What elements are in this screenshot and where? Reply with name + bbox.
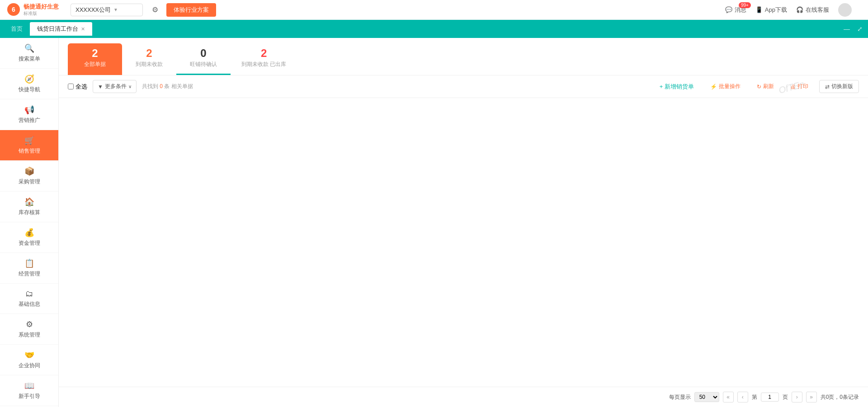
filter-button[interactable]: ▼ 更多条件 ∨ (93, 80, 137, 93)
stat-card-shipped[interactable]: 2 到期未收款 已出库 (231, 43, 297, 75)
sidebar-item-search[interactable]: 🔍 搜索菜单 (0, 38, 58, 69)
first-page-button[interactable]: « (723, 392, 734, 402)
main-layout: 🔍 搜索菜单 🧭 快捷导航 📢 营销推广 🛒 销售管理 📦 采购管理 🏠 库存核… (0, 38, 868, 407)
box-icon: 📦 (24, 166, 34, 176)
stat-num-pending: 0 (187, 47, 220, 60)
sidebar-marketing-label: 营销推广 (19, 117, 40, 124)
company-dropdown-arrow: ▼ (113, 7, 118, 12)
refresh-label: 刷新 (763, 83, 774, 90)
sidebar-guide-label: 新手引导 (19, 393, 40, 400)
clipboard-icon: 📋 (24, 258, 34, 268)
stat-card-overdue[interactable]: 2 到期未收款 (122, 43, 176, 75)
stat-num-overdue: 2 (133, 47, 165, 60)
book-icon: 📖 (24, 381, 34, 391)
batch-operation-button[interactable]: ⚡ 批量操作 (705, 80, 746, 93)
folder-icon: 🗂 (25, 289, 33, 299)
tab-workbench[interactable]: 钱货日清工作台 ✕ (30, 22, 92, 36)
sidebar-quicknav-label: 快捷导航 (19, 86, 40, 94)
sidebar-item-enterprise[interactable]: 🤝 企业协同 (0, 345, 58, 375)
nav-tabs-right: — ⤢ (842, 23, 864, 34)
settings-button[interactable]: ⚙ (148, 3, 162, 17)
filter-label: 更多条件 (105, 83, 127, 90)
next-page-button[interactable]: › (792, 392, 802, 402)
stat-card-all[interactable]: 2 全部单据 (68, 43, 122, 75)
prev-page-button[interactable]: ‹ (737, 392, 748, 402)
megaphone-icon: 📢 (24, 105, 34, 115)
sidebar-search-label: 搜索菜单 (19, 55, 40, 63)
sidebar-item-finance[interactable]: 💰 资金管理 (0, 222, 58, 253)
tab-close-icon[interactable]: ✕ (81, 26, 85, 32)
next-page-icon: › (796, 394, 798, 400)
toolbar: 全选 ▼ 更多条件 ∨ 共找到 0 条 相关单据 + 新增销货单 ⚡ 批量操作 (59, 75, 868, 98)
sidebar-finance-label: 资金管理 (19, 239, 40, 247)
tab-minimize-button[interactable]: — (842, 23, 852, 34)
app-download-label: App下载 (765, 6, 787, 14)
batch-icon: ⚡ (710, 84, 717, 90)
select-all-input[interactable] (68, 84, 74, 89)
gear-icon: ⚙ (152, 5, 158, 14)
logo-main-text: 畅捷通好生意 (24, 3, 59, 11)
avatar[interactable] (838, 3, 852, 17)
tab-maximize-button[interactable]: ⤢ (855, 23, 864, 34)
sidebar-item-operations[interactable]: 📋 经营管理 (0, 253, 58, 284)
handshake-icon: 🤝 (24, 350, 34, 360)
sidebar-enterprise-label: 企业协同 (19, 362, 40, 370)
tab-home[interactable]: 首页 (4, 22, 30, 36)
message-badge: 99+ (739, 2, 751, 8)
system-icon: ⚙ (26, 319, 33, 329)
refresh-icon: ↻ (757, 84, 761, 90)
sidebar-item-basic-info[interactable]: 🗂 基础信息 (0, 284, 58, 314)
filter-icon: ▼ (98, 84, 103, 90)
sidebar-item-purchase[interactable]: 📦 采购管理 (0, 161, 58, 192)
compass-icon: 🧭 (24, 74, 34, 84)
company-selector[interactable]: XXXXXX公司 ▼ (71, 4, 143, 16)
sidebar: 🔍 搜索菜单 🧭 快捷导航 📢 营销推广 🛒 销售管理 📦 采购管理 🏠 库存核… (0, 38, 59, 407)
nav-tabs: 首页 钱货日清工作台 ✕ — ⤢ (0, 20, 868, 38)
switch-icon: ⇄ (825, 84, 830, 90)
sidebar-item-quicknav[interactable]: 🧭 快捷导航 (0, 69, 58, 99)
message-button[interactable]: 💬 消息 99+ (725, 6, 746, 14)
phone-icon: 📱 (755, 6, 763, 13)
home-icon: 🏠 (24, 197, 34, 207)
page-prefix: 第 (752, 393, 757, 401)
stats-bar: 2 全部单据 2 到期未收款 0 旺铺待确认 2 到期未收款 已出库 (59, 38, 868, 75)
found-prefix: 共找到 (142, 83, 158, 89)
company-name: XXXXXX公司 (75, 6, 111, 14)
pagination-bar: 每页显示 50 100 200 « ‹ 第 页 › » 共0页，0条记录 (59, 387, 868, 407)
stat-label-shipped: 到期未收款 已出库 (241, 61, 286, 68)
stat-num-shipped: 2 (241, 47, 286, 60)
tab-workbench-label: 钱货日清工作台 (37, 25, 78, 33)
online-service-button[interactable]: 🎧 在线客服 (796, 6, 829, 14)
refresh-button[interactable]: ↻ 刷新 (751, 80, 779, 93)
print-button[interactable]: 🖨 打印 (785, 80, 814, 93)
select-all-checkbox[interactable]: 全选 (68, 83, 87, 91)
last-page-button[interactable]: » (806, 392, 817, 402)
money-icon: 💰 (24, 228, 34, 238)
app-download-button[interactable]: 📱 App下载 (755, 6, 787, 14)
stat-label-pending: 旺铺待确认 (187, 61, 220, 68)
per-page-select[interactable]: 50 100 200 (694, 392, 719, 402)
sidebar-item-marketing[interactable]: 📢 营销推广 (0, 99, 58, 130)
trial-button[interactable]: 体验行业方案 (166, 3, 216, 17)
online-service-label: 在线客服 (806, 6, 829, 14)
page-number-input[interactable] (761, 393, 779, 402)
sidebar-item-guide[interactable]: 📖 新手引导 (0, 375, 58, 406)
found-text: 共找到 0 条 相关单据 (142, 83, 193, 90)
logo-text: 畅捷通好生意 标准版 (24, 3, 59, 17)
stat-card-pending[interactable]: 0 旺铺待确认 (176, 43, 231, 75)
stat-label-overdue: 到期未收款 (133, 61, 165, 68)
related-label: 相关单据 (171, 83, 193, 89)
sidebar-item-sales[interactable]: 🛒 销售管理 (0, 130, 58, 161)
sidebar-basicinfo-label: 基础信息 (19, 300, 40, 308)
found-unit: 条 (164, 83, 170, 89)
headset-icon: 🎧 (796, 6, 803, 13)
logo-area: 6 畅捷通好生意 标准版 (7, 3, 66, 17)
switch-version-button[interactable]: ⇄ 切换新版 (819, 80, 859, 93)
batch-label: 批量操作 (719, 83, 741, 90)
sidebar-item-inventory[interactable]: 🏠 库存核算 (0, 192, 58, 222)
print-icon: 🖨 (790, 84, 796, 90)
sidebar-item-system[interactable]: ⚙ 系统管理 (0, 314, 58, 345)
add-sales-order-button[interactable]: + 新增销货单 (654, 80, 699, 93)
toolbar-right: + 新增销货单 ⚡ 批量操作 ↻ 刷新 🖨 打印 ⇄ 切换新版 (654, 80, 859, 93)
content-area: 2 全部单据 2 到期未收款 0 旺铺待确认 2 到期未收款 已出库 全选 (59, 38, 868, 407)
